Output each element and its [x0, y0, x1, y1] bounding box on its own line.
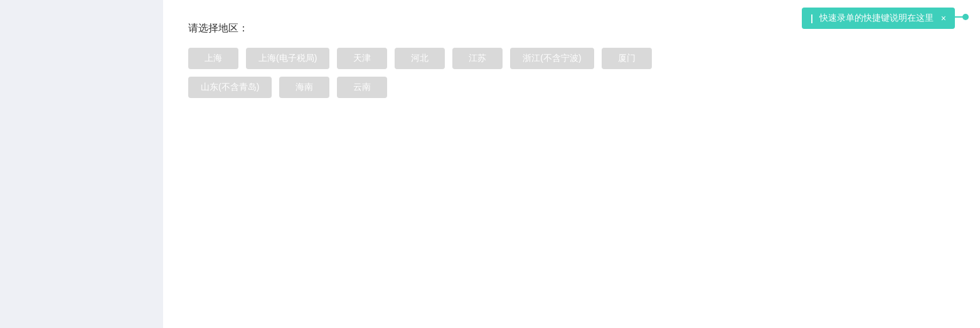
sidebar: [0, 0, 163, 328]
tooltip-dot: [962, 14, 969, 20]
region-btn-xiamen[interactable]: 厦门: [602, 48, 652, 69]
tooltip-text: 快速录单的快捷键说明在这里: [819, 13, 934, 24]
tooltip-bar: 快速录单的快捷键说明在这里 ×: [802, 8, 955, 29]
region-btn-shanghai-etax[interactable]: 上海(电子税局): [246, 48, 329, 69]
region-btn-tianjin[interactable]: 天津: [337, 48, 387, 69]
tooltip-close-button[interactable]: ×: [941, 13, 946, 23]
region-btn-hebei[interactable]: 河北: [395, 48, 445, 69]
main-content: 请选择地区： 上海上海(电子税局)天津河北江苏浙江(不含宁波)厦门 山东(不含青…: [163, 0, 980, 328]
region-btn-hainan[interactable]: 海南: [279, 77, 329, 98]
region-btn-zhejiang[interactable]: 浙江(不含宁波): [510, 48, 594, 69]
region-buttons-row-2: 山东(不含青岛)海南云南: [188, 77, 955, 98]
region-btn-jiangsu[interactable]: 江苏: [452, 48, 503, 69]
region-btn-shanghai[interactable]: 上海: [188, 48, 238, 69]
region-btn-shandong[interactable]: 山东(不含青岛): [188, 77, 272, 98]
region-buttons-row-1: 上海上海(电子税局)天津河北江苏浙江(不含宁波)厦门: [188, 48, 955, 69]
region-btn-yunnan[interactable]: 云南: [337, 77, 387, 98]
